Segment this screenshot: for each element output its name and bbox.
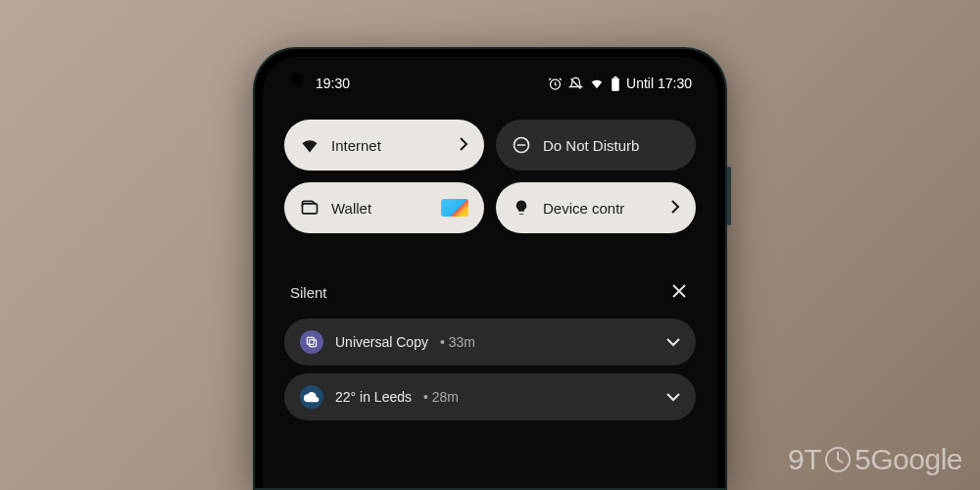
status-dnd-until: Until 17:30 xyxy=(626,75,692,91)
wifi-icon xyxy=(300,135,319,155)
battery-icon xyxy=(611,76,620,91)
silent-header: Silent xyxy=(280,280,700,305)
wifi-icon xyxy=(589,76,605,90)
notification-meta: • 28m xyxy=(423,389,459,405)
svg-rect-1 xyxy=(612,77,619,91)
silent-notifications: Universal Copy • 33m 22° in Leeds • 28m xyxy=(280,318,700,420)
tile-label: Internet xyxy=(331,137,447,154)
quick-settings-tiles: Internet Do Not Disturb Wallet xyxy=(280,120,700,233)
wallet-tile[interactable]: Wallet xyxy=(284,182,484,233)
app-icon xyxy=(300,385,323,409)
device-controls-tile[interactable]: Device contr xyxy=(496,182,696,233)
chevron-down-icon xyxy=(666,337,680,347)
clock-icon xyxy=(825,447,851,472)
dnd-tile[interactable]: Do Not Disturb xyxy=(496,120,696,171)
chevron-right-icon xyxy=(459,137,468,154)
dnd-icon xyxy=(568,76,583,91)
svg-rect-5 xyxy=(310,340,317,347)
status-bar: 19:30 Until 17:30 xyxy=(280,71,700,94)
clear-silent-button[interactable] xyxy=(668,280,690,305)
internet-tile[interactable]: Internet xyxy=(284,120,484,171)
tile-label: Device contr xyxy=(543,200,659,217)
tile-label: Wallet xyxy=(331,200,429,217)
camera-hole xyxy=(290,73,304,86)
notification-row[interactable]: Universal Copy • 33m xyxy=(284,318,696,366)
status-icons: Until 17:30 xyxy=(548,75,692,91)
app-icon xyxy=(300,330,323,354)
tile-label: Do Not Disturb xyxy=(543,137,680,154)
lightbulb-icon xyxy=(512,198,531,218)
wallet-icon xyxy=(300,198,319,218)
cloud-icon xyxy=(304,391,319,403)
expand-button[interactable] xyxy=(666,334,680,350)
svg-rect-6 xyxy=(307,337,314,344)
notification-row[interactable]: 22° in Leeds • 28m xyxy=(284,373,696,420)
phone-frame: 19:30 Until 17:30 Internet xyxy=(255,49,725,488)
notification-title: 22° in Leeds xyxy=(335,389,412,405)
expand-button[interactable] xyxy=(666,389,680,405)
wallet-card-icon xyxy=(441,199,468,217)
svg-rect-4 xyxy=(303,204,318,214)
chevron-down-icon xyxy=(666,392,680,402)
notification-title: Universal Copy xyxy=(335,334,428,350)
status-time: 19:30 xyxy=(316,75,350,91)
silent-label: Silent xyxy=(290,284,327,301)
copy-icon xyxy=(305,335,318,349)
watermark: 9T 5Google xyxy=(788,443,962,476)
svg-rect-2 xyxy=(614,76,617,78)
alarm-icon xyxy=(548,76,563,91)
dnd-circle-icon xyxy=(512,135,531,155)
close-icon xyxy=(672,284,686,298)
chevron-right-icon xyxy=(670,200,680,217)
notification-meta: • 33m xyxy=(440,334,475,350)
screen: 19:30 Until 17:30 Internet xyxy=(263,57,717,488)
